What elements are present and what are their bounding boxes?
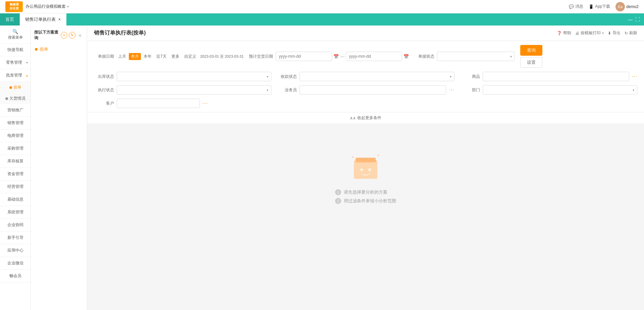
page-title: 销售订单执行表(按单)	[94, 30, 146, 37]
help-icon: ❓	[557, 31, 562, 36]
scheme-edit-button[interactable]: ✎	[69, 32, 75, 39]
settings-button[interactable]: 设置	[520, 57, 542, 68]
filter-payment-status: 收款状态 ▾	[277, 72, 454, 81]
filter-row-3: 执行状态 ▾ 业务员 ··· 部门	[94, 85, 637, 95]
help-button[interactable]: ❓ 帮助	[557, 30, 571, 36]
sidebar-sub-item-debt[interactable]: 欠货情况	[0, 93, 31, 104]
report-area: 销售订单执行表(按单) ❓ 帮助 🖨 按模板打印 ▾ ⬇	[87, 25, 644, 310]
app-selector[interactable]: 办公用品行业模拟账套 ▾	[25, 4, 69, 9]
filter-estimated-date-item: 预计交货日期 📅 — 📅	[249, 52, 409, 61]
close-tab-icon[interactable]: ×	[58, 17, 61, 22]
tip-num-1: 1	[335, 189, 341, 195]
user-menu[interactable]: Ea demo2	[615, 2, 639, 11]
scheme-active-dot	[35, 48, 38, 51]
date-tabs: 上月 本月 本年 近7天 更多 自定义	[116, 53, 198, 60]
app-download-button[interactable]: 📱 App下载	[589, 4, 610, 9]
salesperson-input[interactable]	[300, 85, 446, 95]
sidebar-item-inventory[interactable]: 库存核算	[0, 155, 31, 168]
chevron-down-icon[interactable]: ▾	[67, 5, 69, 8]
tab-home[interactable]: 首页	[0, 13, 20, 25]
sidebar-item-apps[interactable]: 应用中心	[0, 244, 31, 257]
chevron-up-icon: ▴	[26, 73, 28, 77]
status-label: 单据状态	[414, 54, 434, 59]
sidebar-item-enterprise[interactable]: 企业协同	[0, 219, 31, 231]
exec-status-select[interactable]: ▾	[117, 85, 271, 95]
scheme-item-order[interactable]: 按单	[31, 44, 87, 55]
empty-tips: 1 请先选择要分析的方案 2 用过滤条件来缩小分析范围	[335, 189, 396, 204]
empty-state: 1 请先选择要分析的方案 2 用过滤条件来缩小分析范围	[87, 123, 644, 231]
sidebar-item-operations[interactable]: 经营管理	[0, 180, 31, 193]
scheme-collapse-button[interactable]: «	[77, 32, 84, 39]
filter-row-4: 客户 ···	[94, 99, 637, 108]
print-icon: 🖨	[575, 31, 579, 36]
customer-input[interactable]	[117, 99, 200, 108]
svg-point-2	[360, 168, 363, 171]
salesperson-more-icon[interactable]: ···	[449, 87, 454, 93]
print-chevron-icon: ▾	[602, 31, 604, 35]
status-select[interactable]: ▾	[437, 52, 515, 61]
chevron-right-icon: ▾	[26, 61, 28, 64]
query-button[interactable]: 查询	[520, 45, 542, 56]
filter-status-item: 单据状态 ▾	[414, 52, 515, 61]
sidebar-item-sales[interactable]: 销售管理	[0, 117, 31, 130]
collapse-filter-button[interactable]: ∧∧ 收起更多条件	[87, 112, 644, 123]
sidebar-item-newbie[interactable]: 新手引导	[0, 231, 31, 244]
estimated-date-start[interactable]	[276, 52, 332, 61]
export-button[interactable]: ⬇ 导出	[608, 30, 621, 36]
scheme-add-button[interactable]: +	[61, 32, 67, 39]
filter-customer: 客户 ···	[94, 99, 208, 108]
sidebar-item-retail[interactable]: 零售管理 ▾	[0, 56, 31, 69]
filter-row-1: 单据日期 上月 本月 本年 近7天 更多 自定义 2023-03-01 至 20…	[94, 45, 637, 68]
empty-tip-2: 2 用过滤条件来缩小分析范围	[335, 198, 396, 204]
tab-window-actions: — ⛶	[628, 17, 644, 22]
date-tab-more[interactable]: 更多	[169, 53, 181, 60]
calendar-end-icon[interactable]: 📅	[404, 54, 409, 59]
delivery-status-select[interactable]: ▾	[117, 72, 271, 81]
customer-label: 客户	[94, 101, 114, 106]
search-icon: 🔍	[12, 29, 18, 34]
scheme-panel-title: 按以下方案查询	[34, 30, 61, 41]
dept-select[interactable]: ▾	[483, 85, 637, 95]
sidebar-item-search[interactable]: 🔍 搜索菜单	[0, 25, 31, 44]
filter-goods: 商品 ···	[460, 72, 637, 81]
estimated-date-end[interactable]	[346, 52, 402, 61]
refresh-icon: ↻	[625, 31, 628, 36]
sidebar-item-basic[interactable]: 基础信息	[0, 193, 31, 206]
filter-date-item: 单据日期 上月 本月 本年 近7天 更多 自定义 2023-03-01 至 20…	[94, 53, 244, 60]
payment-status-select[interactable]: ▾	[300, 72, 454, 81]
sidebar-item-system[interactable]: 系统管理	[0, 206, 31, 219]
refresh-button[interactable]: ↻ 刷新	[625, 30, 637, 36]
sidebar-item-quick-nav[interactable]: 快捷导航	[0, 44, 31, 56]
goods-input[interactable]	[483, 72, 629, 81]
tab-sales-order[interactable]: 销售订单执行表 ×	[20, 13, 66, 25]
empty-illustration	[349, 150, 382, 184]
maximize-window-icon[interactable]: ⛶	[635, 17, 640, 22]
sidebar-item-finance[interactable]: 资金管理	[0, 168, 31, 180]
sidebar-item-purchase[interactable]: 采购管理	[0, 142, 31, 155]
content-area: 按以下方案查询 + ✎ « 按单 销售订单执行表(按单)	[31, 25, 644, 310]
print-button[interactable]: 🖨 按模板打印 ▾	[575, 30, 604, 36]
date-tab-this-year[interactable]: 本年	[142, 53, 154, 60]
filter-dept: 部门 ▾	[460, 85, 637, 95]
sidebar-sub-item-order[interactable]: 按单	[0, 82, 31, 93]
content-inner: 按以下方案查询 + ✎ « 按单 销售订单执行表(按单)	[31, 25, 644, 310]
sidebar-item-member[interactable]: 畅会员	[0, 270, 31, 282]
sidebar-item-marketing[interactable]: 营销推广	[0, 104, 31, 117]
logo: 畅捷通 好生意	[5, 1, 23, 12]
date-tab-7days[interactable]: 近7天	[154, 53, 169, 60]
sidebar-item-ecommerce[interactable]: 电商管理	[0, 130, 31, 142]
goods-more-icon[interactable]: ···	[632, 73, 637, 80]
filter-row-2: 出库状态 ▾ 收款状态 ▾	[94, 72, 637, 81]
date-tab-last-month[interactable]: 上月	[116, 53, 128, 60]
message-button[interactable]: 💬 消息	[569, 4, 583, 9]
date-tab-this-month[interactable]: 本月	[129, 53, 141, 60]
date-tab-custom[interactable]: 自定义	[182, 53, 198, 60]
collapse-up-icon: ∧∧	[350, 116, 356, 120]
filter-area: 单据日期 上月 本月 本年 近7天 更多 自定义 2023-03-01 至 20…	[87, 41, 644, 112]
calendar-start-icon[interactable]: 📅	[333, 54, 339, 59]
sidebar-item-wholesale[interactable]: 批发管理 ▴	[0, 69, 31, 82]
minimize-window-icon[interactable]: —	[628, 17, 633, 22]
sidebar: 🔍 搜索菜单 快捷导航 零售管理 ▾ 批发管理 ▴ 按单 欠货情况	[0, 25, 31, 310]
customer-more-icon[interactable]: ···	[203, 100, 208, 106]
sidebar-item-wechat[interactable]: 企业微信	[0, 257, 31, 270]
